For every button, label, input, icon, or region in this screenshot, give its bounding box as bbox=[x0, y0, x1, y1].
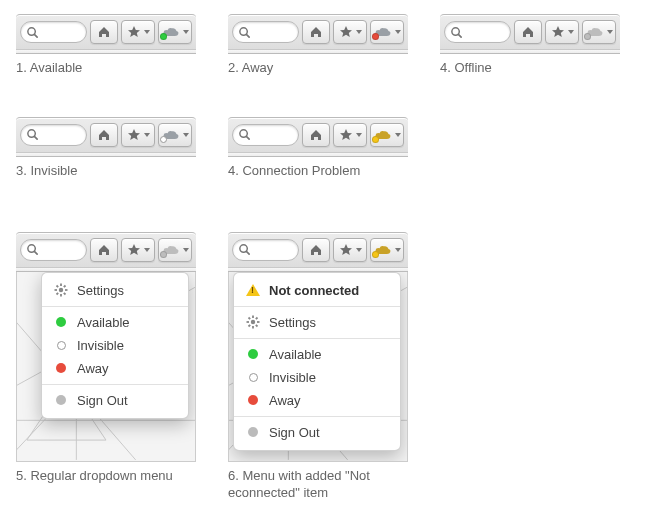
status-dot-available bbox=[54, 315, 68, 329]
example-available: 1. Available bbox=[16, 14, 196, 77]
home-button[interactable] bbox=[302, 20, 330, 44]
status-dot-invisible bbox=[54, 338, 68, 352]
search-input[interactable] bbox=[20, 124, 87, 146]
menu-item-label: Not connected bbox=[269, 283, 359, 298]
search-input[interactable] bbox=[232, 239, 299, 261]
home-icon bbox=[521, 25, 535, 39]
cloud-status-icon bbox=[162, 128, 180, 142]
search-icon bbox=[450, 26, 463, 39]
bookmarks-button[interactable] bbox=[121, 238, 155, 262]
chevron-down-icon bbox=[144, 133, 150, 137]
search-input[interactable] bbox=[20, 21, 87, 43]
menu-item-label: Available bbox=[269, 347, 322, 362]
caption: 2. Away bbox=[228, 60, 408, 77]
bookmarks-button[interactable] bbox=[121, 20, 155, 44]
cloud-status-icon bbox=[162, 25, 180, 39]
menu-separator bbox=[234, 416, 400, 417]
example-invisible: 3. Invisible bbox=[16, 117, 196, 180]
menu-item[interactable]: Available bbox=[42, 311, 188, 334]
menu-item[interactable]: Not connected bbox=[234, 279, 400, 302]
caption: 4. Connection Problem bbox=[228, 163, 408, 180]
browser-toolbar bbox=[16, 232, 196, 272]
menu-item[interactable]: Sign Out bbox=[234, 421, 400, 444]
search-icon bbox=[26, 243, 39, 256]
chevron-down-icon bbox=[183, 133, 189, 137]
menu-separator bbox=[234, 306, 400, 307]
chevron-down-icon bbox=[395, 30, 401, 34]
menu-item-label: Away bbox=[77, 361, 109, 376]
browser-toolbar bbox=[16, 117, 196, 157]
content-area: Settings Available Invisible Away Sign O… bbox=[16, 272, 196, 462]
home-icon bbox=[97, 25, 111, 39]
search-input[interactable] bbox=[232, 124, 299, 146]
chevron-down-icon bbox=[144, 30, 150, 34]
menu-item[interactable]: Settings bbox=[234, 311, 400, 334]
cloud-status-icon bbox=[374, 128, 392, 142]
menu-item-label: Settings bbox=[269, 315, 316, 330]
home-icon bbox=[309, 243, 323, 257]
status-dot-away bbox=[54, 361, 68, 375]
example-dropdown_notconnected: Not connected Settings Available Invisib… bbox=[228, 232, 408, 502]
bookmarks-button[interactable] bbox=[333, 20, 367, 44]
content-area: Not connected Settings Available Invisib… bbox=[228, 272, 408, 462]
status-button[interactable] bbox=[370, 238, 404, 262]
gear-icon bbox=[246, 315, 260, 329]
chevron-down-icon bbox=[607, 30, 613, 34]
star-icon bbox=[339, 25, 353, 39]
status-button[interactable] bbox=[370, 20, 404, 44]
home-button[interactable] bbox=[302, 238, 330, 262]
status-button[interactable] bbox=[582, 20, 616, 44]
chevron-down-icon bbox=[356, 30, 362, 34]
star-icon bbox=[127, 128, 141, 142]
caption: 4. Offline bbox=[440, 60, 620, 77]
home-button[interactable] bbox=[90, 123, 118, 147]
gear-icon bbox=[54, 283, 68, 297]
bookmarks-button[interactable] bbox=[121, 123, 155, 147]
example-offline: 4. Offline bbox=[440, 14, 620, 77]
search-input[interactable] bbox=[232, 21, 299, 43]
menu-item[interactable]: Away bbox=[234, 389, 400, 412]
search-input[interactable] bbox=[20, 239, 87, 261]
example-away: 2. Away bbox=[228, 14, 408, 77]
menu-item[interactable]: Sign Out bbox=[42, 389, 188, 412]
bookmarks-button[interactable] bbox=[333, 123, 367, 147]
search-input[interactable] bbox=[444, 21, 511, 43]
warning-icon bbox=[246, 283, 260, 297]
example-dropdown_regular: Settings Available Invisible Away Sign O… bbox=[16, 232, 196, 502]
caption: 6. Menu with added "Not econnected" item bbox=[228, 468, 408, 502]
menu-item[interactable]: Invisible bbox=[42, 334, 188, 357]
bookmarks-button[interactable] bbox=[333, 238, 367, 262]
menu-item[interactable]: Settings bbox=[42, 279, 188, 302]
search-icon bbox=[238, 243, 251, 256]
home-icon bbox=[309, 25, 323, 39]
home-icon bbox=[97, 243, 111, 257]
home-button[interactable] bbox=[90, 20, 118, 44]
home-button[interactable] bbox=[302, 123, 330, 147]
cloud-status-icon bbox=[374, 25, 392, 39]
menu-item-label: Available bbox=[77, 315, 130, 330]
menu-item[interactable]: Invisible bbox=[234, 366, 400, 389]
home-button[interactable] bbox=[514, 20, 542, 44]
bookmarks-button[interactable] bbox=[545, 20, 579, 44]
chevron-down-icon bbox=[568, 30, 574, 34]
chevron-down-icon bbox=[144, 248, 150, 252]
caption: 1. Available bbox=[16, 60, 196, 77]
caption: 3. Invisible bbox=[16, 163, 196, 180]
menu-item-label: Away bbox=[269, 393, 301, 408]
chevron-down-icon bbox=[183, 30, 189, 34]
status-button[interactable] bbox=[158, 238, 192, 262]
status-dropdown: Settings Available Invisible Away Sign O… bbox=[41, 272, 189, 419]
status-dot-invisible bbox=[246, 370, 260, 384]
status-button[interactable] bbox=[158, 123, 192, 147]
menu-item[interactable]: Away bbox=[42, 357, 188, 380]
status-button[interactable] bbox=[158, 20, 192, 44]
caption: 5. Regular dropdown menu bbox=[16, 468, 196, 485]
chevron-down-icon bbox=[395, 133, 401, 137]
home-button[interactable] bbox=[90, 238, 118, 262]
menu-item[interactable]: Available bbox=[234, 343, 400, 366]
status-button[interactable] bbox=[370, 123, 404, 147]
browser-toolbar bbox=[228, 232, 408, 272]
menu-item-label: Settings bbox=[77, 283, 124, 298]
chevron-down-icon bbox=[395, 248, 401, 252]
star-icon bbox=[551, 25, 565, 39]
